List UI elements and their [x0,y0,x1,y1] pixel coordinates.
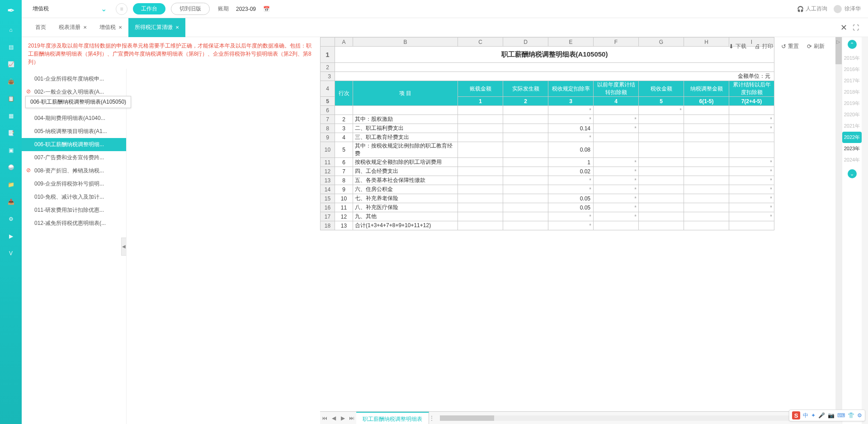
year-2016年[interactable]: 2016年 [842,64,862,75]
form-item[interactable]: 006-职工薪酬纳税调整明细... [22,138,126,151]
year-2020年[interactable]: 2020年 [842,109,862,120]
tab-税表清册[interactable]: 税表清册✕ [52,18,93,37]
ime-item-1[interactable]: 🎤 [818,412,825,419]
year-2024年[interactable]: 2024年 [842,154,862,166]
nav-stamp-icon[interactable]: 📑 [6,129,15,138]
ime-lang[interactable]: 中 [803,412,808,419]
warn-icon: ⊘ [26,88,31,95]
user-menu[interactable]: 徐泽华 [834,5,861,13]
forms-list: 001-企业所得税年度纳税申...⊘002-一般企业收入明细表(A...⊘003… [22,69,127,424]
year-down-icon[interactable]: ⌄ [848,169,857,178]
form-item[interactable]: 004-期间费用明细表(A1040... [22,112,126,125]
sheet-nav-last[interactable]: ⏭ [347,415,356,421]
calendar-icon[interactable]: 📅 [263,6,270,12]
table-row[interactable]: 127四、工会经费支出0.02** [321,167,774,176]
nav-inbox-icon[interactable]: 📥 [6,197,15,206]
module-dropdown[interactable]: 增值税 ⌄ [29,3,110,15]
nav-folder-icon[interactable]: 📁 [6,180,15,189]
close-icon[interactable]: ✕ [118,25,122,30]
nav-calendar-icon[interactable]: ▣ [6,146,15,155]
nav-clipboard-icon[interactable]: 📋 [6,94,15,103]
username: 徐泽华 [844,5,861,13]
column-letters-row: ABC DEF GHI [321,38,774,47]
nav-gear-icon[interactable]: ⚙ [6,214,15,224]
table-row[interactable]: 83二、职工福利费支出0.14** [321,124,774,133]
tab-增值税[interactable]: 增值税✕ [93,18,128,37]
close-icon[interactable]: ✕ [83,25,87,30]
year-up-icon[interactable]: ⌃ [848,40,857,49]
form-item[interactable]: 001-企业所得税年度纳税申... [22,72,126,86]
fullscreen-icon[interactable]: ⛶ [851,24,861,31]
sheet-expand-icon[interactable]: ▷ [836,39,840,45]
sheet-title: 职工薪酬纳税调整明细表(A105050) [335,47,774,63]
year-2021年[interactable]: 2021年 [842,120,862,132]
year-2022年[interactable]: 2022年 [842,132,862,143]
print-icon: 🖨 [755,43,760,50]
table-row[interactable]: 6** [321,106,774,115]
period-value[interactable]: 2023-09 [236,6,256,12]
table-row[interactable]: 1712九、其他*** [321,212,774,221]
workspace-button[interactable]: 工作台 [133,3,165,14]
table-row[interactable]: 1611八、补充医疗保险0.05** [321,203,774,212]
reset-icon: ↺ [781,43,786,50]
page-scrollbar[interactable] [862,37,868,424]
reset-button[interactable]: ↺重置 [781,43,799,50]
vertical-scrollbar[interactable] [835,37,842,411]
sheet-tabs: ⏮ ◀ ▶ ⏭ 职工薪酬纳税调整明细表 ⋮ [320,411,842,424]
print-button[interactable]: 🖨打印 [755,43,773,50]
nav-bowl-icon[interactable]: 🍚 [6,163,15,172]
help-label: 人工咨询 [806,5,827,13]
tab-所得税汇算清缴[interactable]: 所得税汇算清缴✕ [128,18,185,37]
year-2018年[interactable]: 2018年 [842,86,862,98]
ime-toolbar[interactable]: S 中 ✦ 🎤 📷 ⌨ 👕 ⚙ [789,410,865,421]
form-item[interactable]: 011-研发费用加计扣除优惠... [22,204,126,217]
sheet-nav-first[interactable]: ⏮ [320,415,329,421]
ime-item-5[interactable]: ⚙ [857,412,862,419]
form-item[interactable]: 009-企业所得税弥补亏损明... [22,177,126,191]
year-2019年[interactable]: 2019年 [842,98,862,109]
collapse-button[interactable]: ≡ [116,3,127,15]
close-icon[interactable]: ✕ [175,25,179,30]
year-2023年[interactable]: 2023年 [842,143,862,154]
help-button[interactable]: 🎧 人工咨询 [797,5,827,13]
sheet-tab[interactable]: 职工薪酬纳税调整明细表 [356,412,429,424]
form-item[interactable]: 007-广告费和业务宣传费跨... [22,151,126,164]
sheet-nav-prev[interactable]: ◀ [329,415,338,421]
form-item[interactable]: ⊘008-资产折旧、摊销及纳税... [22,164,126,177]
download-button[interactable]: ⬇下载 [729,43,746,50]
form-item[interactable]: 005-纳税调整项目明细表(A1... [22,125,126,138]
ime-item-0[interactable]: ✦ [811,412,816,419]
nav-video-icon[interactable]: ▶ [6,232,15,241]
nav-chart-icon[interactable]: 📈 [6,60,15,69]
horizontal-scrollbar[interactable]: ⋮ [429,415,842,421]
table-row[interactable]: 94三、职工教育经费支出* [321,133,774,142]
spreadsheet[interactable]: ABC DEF GHI 1职工薪酬纳税调整明细表(A105050) 2 3金额单… [320,37,842,411]
warning-note: 2019年度涉及取以前年度结转数据的申报表单元格需要手工维护正确，才能保证本年及… [22,37,320,69]
ime-item-2[interactable]: 📷 [828,412,835,419]
switch-old-button[interactable]: 切到旧版 [171,3,210,15]
table-row[interactable]: 116按税收规定全额扣除的职工培训费用1** [321,158,774,167]
year-2017年[interactable]: 2017年 [842,75,862,86]
nav-home-icon[interactable]: ⌂ [6,25,15,34]
table-row[interactable]: 105其中：按税收规定比例扣除的职工教育经费0.08 [321,142,774,158]
avatar [834,5,842,13]
table-row[interactable]: 72其中：股权激励*** [321,115,774,124]
refresh-button[interactable]: ⟳刷新 [807,43,825,50]
table-row[interactable]: 1813合计(1+3+4+7+8+9+10+11+12)* [321,221,774,230]
close-all-tabs-icon[interactable]: ✕ [837,23,851,33]
nav-v-icon[interactable]: V [6,249,15,258]
table-row[interactable]: 1510七、补充养老保险0.05** [321,194,774,203]
year-2015年[interactable]: 2015年 [842,52,862,64]
ime-item-4[interactable]: 👕 [848,412,854,419]
collapse-handle[interactable]: ◀ [121,238,127,256]
table-row[interactable]: 149六、住房公积金*** [321,185,774,194]
ime-item-3[interactable]: ⌨ [837,412,845,419]
sheet-nav-next[interactable]: ▶ [338,415,347,421]
form-item[interactable]: 012-减免所得税优惠明细表(... [22,217,126,230]
nav-bag-icon[interactable]: 👜 [6,77,15,86]
form-item[interactable]: 010-免税、减计收入及加计... [22,191,126,204]
nav-report-icon[interactable]: ▦ [6,111,15,120]
tab-首页[interactable]: 首页 [29,18,52,37]
nav-doc-icon[interactable]: ▤ [6,43,15,52]
table-row[interactable]: 138五、各类基本社会保障性缴款*** [321,176,774,185]
